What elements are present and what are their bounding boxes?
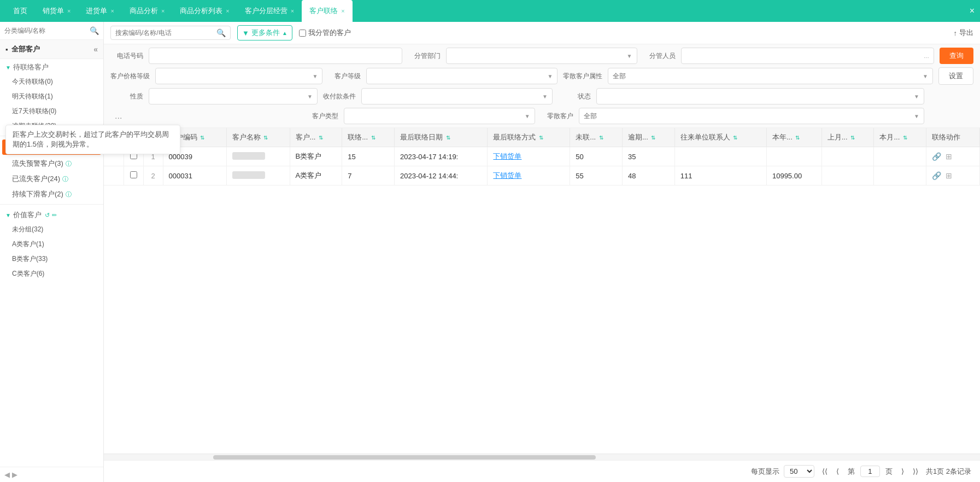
retail-customer-label: 零散客户 bbox=[541, 112, 573, 121]
col-company-contacts[interactable]: 往来单位联系人 ⇅ bbox=[674, 128, 766, 147]
row-last-method-2[interactable]: 下销货单 bbox=[488, 166, 570, 185]
horizontal-scrollbar[interactable] bbox=[104, 454, 980, 460]
table-row: 2 000031 A类客户 7 2023-04-12 14:44: 下销货单 5… bbox=[104, 166, 980, 185]
close-icon[interactable]: × bbox=[341, 8, 344, 14]
col-customer-name[interactable]: 客户名称 ⇅ bbox=[226, 128, 290, 147]
chevron-icon: ▲ bbox=[282, 30, 287, 36]
col-contacts[interactable]: 联络... ⇅ bbox=[342, 128, 395, 147]
close-icon[interactable]: × bbox=[161, 8, 165, 14]
sidebar-group-value[interactable]: ▼ 价值客户 ↺ ✏ bbox=[0, 207, 103, 222]
close-icon[interactable]: × bbox=[110, 8, 114, 14]
sort-icon-5: ⇅ bbox=[446, 135, 450, 141]
per-page-select[interactable]: 50 100 200 bbox=[784, 465, 814, 478]
sidebar-item-7days[interactable]: 近7天待联络(0) bbox=[0, 104, 103, 119]
nav-customer-layer[interactable]: 客户分层经营 × bbox=[237, 0, 302, 22]
payment-field[interactable]: ▼ bbox=[361, 88, 553, 104]
table-area: ⚙ 客户编码 ⇅ 客户名称 ⇅ bbox=[104, 128, 980, 454]
my-customers-checkbox-wrap[interactable]: 我分管的客户 bbox=[299, 28, 351, 38]
col-overdue[interactable]: 逾期... ⇅ bbox=[622, 128, 674, 147]
per-page-label: 每页显示 bbox=[751, 467, 779, 477]
phone-field[interactable] bbox=[149, 48, 402, 64]
filter-more-button[interactable]: ▼ 更多条件 ▲ bbox=[237, 25, 292, 40]
col-last-month[interactable]: 上月... ⇅ bbox=[821, 128, 874, 147]
grid-icon-1[interactable]: ⊞ bbox=[946, 152, 952, 161]
more-dots[interactable]: ... bbox=[110, 111, 126, 121]
table-row: 1 000039 B类客户 15 2023-04-17 14:19: 下销货单 … bbox=[104, 147, 980, 166]
next-page-icon[interactable]: ▶ bbox=[12, 471, 17, 479]
row-this-month-1 bbox=[874, 147, 926, 166]
col-last-contact-date[interactable]: 最后联络日期 ⇅ bbox=[394, 128, 487, 147]
sidebar-item-declining[interactable]: 持续下滑客户(2) ⓘ bbox=[0, 187, 103, 202]
col-not-contacted[interactable]: 未联... ⇅ bbox=[570, 128, 623, 147]
refresh-icon[interactable]: ↺ bbox=[45, 212, 50, 219]
status-field[interactable]: ▼ bbox=[596, 88, 924, 104]
sidebar-item-loss-warning[interactable]: 流失预警客户(3) ⓘ bbox=[0, 156, 103, 171]
price-level-field[interactable]: ▼ bbox=[155, 68, 322, 84]
col-this-month[interactable]: 本月... ⇅ bbox=[874, 128, 926, 147]
row-last-method-1[interactable]: 下销货单 bbox=[488, 147, 570, 166]
row-checkbox-cell-2 bbox=[124, 166, 143, 185]
sidebar-item-today[interactable]: 今天待联络(0) bbox=[0, 74, 103, 89]
prev-page-icon[interactable]: ◀ bbox=[4, 471, 10, 479]
my-customers-checkbox[interactable] bbox=[299, 30, 306, 37]
first-page-button[interactable]: ⟨⟨ bbox=[819, 466, 831, 477]
scrollbar-thumb[interactable] bbox=[213, 455, 596, 460]
nav-home[interactable]: 首页 bbox=[5, 0, 35, 22]
my-customers-label: 我分管的客户 bbox=[308, 28, 351, 38]
sidebar-item-lost[interactable]: 已流失客户(24) ⓘ bbox=[0, 171, 103, 187]
row-contacts-1: 15 bbox=[342, 147, 395, 166]
nav-customer-contact[interactable]: 客户联络 × bbox=[302, 0, 352, 22]
close-icon[interactable]: × bbox=[67, 8, 71, 14]
col-this-year[interactable]: 本年... ⇅ bbox=[766, 128, 821, 147]
col-last-contact-method[interactable]: 最后联络方式 ⇅ bbox=[488, 128, 570, 147]
sidebar-collapse-button[interactable]: « bbox=[93, 45, 98, 54]
row-checkbox-2[interactable] bbox=[130, 171, 137, 178]
nav-purchase[interactable]: 进货单 × bbox=[78, 0, 121, 22]
edit-icon[interactable]: ✏ bbox=[52, 212, 57, 219]
nav-product-analysis[interactable]: 商品分析 × bbox=[122, 0, 172, 22]
close-icon[interactable]: × bbox=[291, 8, 294, 14]
link-icon-2[interactable]: 🔗 bbox=[932, 171, 941, 180]
sidebar-all-customers-header[interactable]: ▪ 全部客户 « bbox=[0, 40, 103, 59]
query-button[interactable]: 查询 bbox=[940, 48, 973, 64]
setting-button[interactable]: 设置 bbox=[938, 67, 973, 85]
prev-page-button[interactable]: ⟨ bbox=[833, 466, 842, 477]
sidebar-search-icon[interactable]: 🔍 bbox=[90, 26, 99, 35]
dropdown-icon-7: ▼ bbox=[542, 94, 548, 100]
sidebar: 🔍 ▪ 全部客户 « ▼ 待联络客户 今天待联络(0) 明天待联络(1) 近7天… bbox=[0, 22, 104, 482]
next-page-button[interactable]: ⟩ bbox=[898, 466, 907, 477]
retail-attr-field[interactable]: 全部 ▼ bbox=[608, 68, 933, 84]
page-number-input[interactable] bbox=[860, 466, 880, 477]
manager-field[interactable]: … bbox=[681, 48, 935, 64]
department-field[interactable]: ▼ bbox=[446, 48, 637, 64]
close-icon[interactable]: × bbox=[226, 8, 229, 14]
last-page-button[interactable]: ⟩⟩ bbox=[909, 466, 922, 477]
sort-icon-8: ⇅ bbox=[651, 135, 655, 141]
col-customer-category[interactable]: 客户... ⇅ bbox=[290, 128, 342, 147]
sidebar-item-b-class[interactable]: B类客户(33) bbox=[0, 252, 103, 266]
name-blur-1 bbox=[232, 152, 265, 160]
sidebar-item-c-class[interactable]: C类客户(6) bbox=[0, 266, 103, 281]
sidebar-item-tomorrow[interactable]: 明天待联络(1) bbox=[0, 89, 103, 104]
page-navigation: ⟨⟨ ⟨ 第 页 ⟩ ⟩⟩ bbox=[819, 466, 922, 478]
filter-search-input[interactable] bbox=[115, 29, 216, 37]
row-last-date-2: 2023-04-12 14:44: bbox=[394, 166, 487, 185]
sidebar-group-pending[interactable]: ▼ 待联络客户 bbox=[0, 59, 103, 74]
customer-level-field[interactable]: ▼ bbox=[366, 68, 558, 84]
close-all-button[interactable]: × bbox=[970, 6, 975, 16]
sidebar-item-a-class[interactable]: A类客户(1) bbox=[0, 237, 103, 252]
filter-search-icon[interactable]: 🔍 bbox=[216, 28, 226, 37]
sort-icon-2: ⇅ bbox=[263, 135, 268, 141]
sidebar-search-input[interactable] bbox=[4, 27, 90, 34]
row-name-1 bbox=[226, 147, 290, 166]
row-company-contacts-2: 111 bbox=[674, 166, 766, 185]
sidebar-item-ungrouped[interactable]: 未分组(32) bbox=[0, 222, 103, 237]
link-icon-1[interactable]: 🔗 bbox=[932, 152, 941, 161]
customer-type-field[interactable]: ▼ bbox=[344, 108, 535, 124]
export-button[interactable]: ↑ 导出 bbox=[954, 28, 974, 38]
nav-product-analysis-list[interactable]: 商品分析列表 × bbox=[172, 0, 237, 22]
nav-sales[interactable]: 销货单 × bbox=[35, 0, 78, 22]
retail-customer-field[interactable]: 全部 ▼ bbox=[579, 108, 924, 124]
gender-field[interactable]: ▼ bbox=[149, 88, 318, 104]
grid-icon-2[interactable]: ⊞ bbox=[946, 171, 952, 180]
